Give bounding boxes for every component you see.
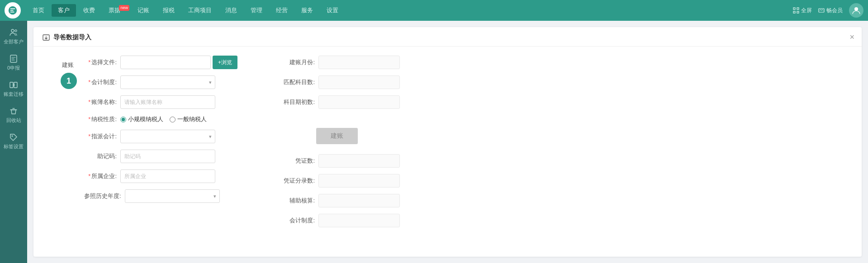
ledger-input[interactable]	[120, 95, 215, 109]
fullscreen-button[interactable]: 全屏	[793, 7, 812, 14]
memo-label: 助记码:	[84, 152, 117, 160]
right-value-6	[318, 214, 400, 227]
accounting-select[interactable]	[120, 75, 215, 89]
main-content: 导爸数据导入 × 建账 1 *选择文件:	[27, 21, 868, 263]
file-label: *选择文件:	[84, 58, 117, 66]
svg-rect-2	[797, 8, 799, 9]
owner-row: *所属企业:	[84, 169, 256, 183]
right-field-5: 辅助核算:	[274, 194, 400, 207]
nav-item-manage[interactable]: 管理	[244, 4, 269, 17]
nav-item-message[interactable]: 消息	[219, 4, 243, 17]
ledger-label: *账簿名称:	[84, 98, 117, 106]
nav-item-settings[interactable]: 设置	[320, 4, 345, 17]
sidebar-item-migrate[interactable]: 账套迁移	[0, 77, 27, 101]
right-field-0: 建账月份:	[274, 56, 400, 69]
svg-point-6	[854, 7, 858, 11]
accounting-row: *会计制度:	[84, 75, 256, 89]
right-value-5	[318, 194, 400, 207]
file-row: *选择文件: +浏览	[84, 56, 256, 69]
step-circle: 1	[61, 73, 77, 89]
right-label-5: 辅助核算:	[274, 197, 315, 205]
file-input[interactable]	[120, 56, 211, 69]
sidebar-item-zero-report[interactable]: 0申报	[0, 51, 27, 75]
import-icon	[43, 34, 50, 41]
right-label-4: 凭证分录数:	[274, 177, 315, 185]
nav-item-customer[interactable]: 客户	[52, 4, 76, 17]
nav-item-fee[interactable]: 收费	[77, 4, 101, 17]
browse-button[interactable]: +浏览	[213, 56, 237, 69]
svg-rect-1	[793, 8, 795, 9]
nav-item-service[interactable]: 服务	[295, 4, 319, 17]
assign-row: *指派会计:	[84, 130, 256, 143]
right-value-4	[318, 174, 400, 188]
nav-item-home[interactable]: 首页	[26, 4, 51, 17]
right-fields-section-2: 凭证数: 凭证分录数: 辅助核算: 会计制度:	[274, 154, 400, 227]
file-input-group: +浏览	[120, 56, 237, 69]
right-field-4: 凭证分录数:	[274, 174, 400, 188]
right-label-3: 凭证数:	[274, 157, 315, 165]
close-button[interactable]: ×	[849, 33, 854, 42]
logo	[5, 2, 21, 19]
svg-rect-3	[793, 11, 795, 13]
right-label-2: 科目期初数:	[274, 98, 315, 106]
accounting-label: *会计制度:	[84, 78, 117, 86]
history-label: 参照历史年度:	[84, 192, 121, 200]
history-row: 参照历史年度:	[84, 189, 256, 203]
right-field-3: 凭证数:	[274, 154, 400, 168]
sidebar-item-all-customers[interactable]: 全部客户	[0, 24, 27, 49]
tax-label: *纳税性质:	[84, 115, 117, 123]
right-fields-section: 建账月份: 匹配科目数: 科目期初数:	[274, 56, 400, 109]
memo-input[interactable]	[120, 150, 215, 163]
card-title: 导爸数据导入	[53, 33, 91, 42]
svg-rect-10	[10, 82, 13, 88]
history-select[interactable]	[125, 189, 220, 203]
right-field-2: 科目期初数:	[274, 95, 400, 109]
svg-rect-4	[797, 11, 799, 13]
form-right: 建账月份: 匹配科目数: 科目期初数: 建账	[274, 56, 400, 227]
tax-general-radio[interactable]: 一般纳税人	[170, 115, 207, 123]
form-area: 建账 1 *选择文件: +浏览	[33, 47, 862, 236]
right-value-3	[318, 154, 400, 168]
sidebar: 全部客户 0申报 账套迁移 回收站 标签设置	[0, 21, 27, 263]
right-value-2	[318, 95, 400, 109]
owner-label: *所属企业:	[84, 172, 117, 180]
tax-row: *纳税性质: 小规模纳税人 一般纳税人	[84, 115, 256, 123]
nav-item-business[interactable]: 工商项目	[182, 4, 218, 17]
nav-item-tax[interactable]: 报税	[157, 4, 181, 17]
new-badge: new	[119, 5, 129, 11]
ledger-row: *账簿名称:	[84, 95, 256, 109]
svg-point-12	[12, 136, 13, 137]
svg-point-7	[11, 29, 14, 32]
right-value-0	[318, 56, 400, 69]
nav-item-invoice[interactable]: 票据 new	[102, 4, 130, 17]
owner-input[interactable]	[120, 169, 215, 183]
accounting-select-wrapper	[120, 75, 215, 89]
memo-row: 助记码:	[84, 150, 256, 163]
step-label: 建账	[62, 61, 74, 69]
right-field-1: 匹配科目数:	[274, 75, 400, 89]
assign-label: *指派会计:	[84, 132, 117, 141]
form-fields: *选择文件: +浏览 *会计制度:	[84, 56, 256, 203]
right-label-6: 会计制度:	[274, 216, 315, 225]
import-card: 导爸数据导入 × 建账 1 *选择文件:	[33, 27, 862, 257]
avatar[interactable]	[849, 3, 863, 18]
assign-select[interactable]	[120, 130, 215, 143]
vip-button[interactable]: 畅会员	[818, 7, 843, 14]
sidebar-item-tag[interactable]: 标签设置	[0, 129, 27, 154]
history-select-wrapper	[125, 189, 220, 203]
nav-items: 首页 客户 收费 票据 new 记账 报税 工商项目 消息 管理 经营 服务 设…	[26, 4, 793, 17]
sidebar-item-trash[interactable]: 回收站	[0, 103, 27, 127]
tax-small-radio[interactable]: 小规模纳税人	[120, 115, 163, 123]
nav-item-bookkeeping[interactable]: 记账	[131, 4, 156, 17]
right-label-1: 匹配科目数:	[274, 78, 315, 86]
right-value-1	[318, 75, 400, 89]
build-button[interactable]: 建账	[316, 128, 358, 144]
right-label-0: 建账月份:	[274, 58, 315, 66]
layout: 全部客户 0申报 账套迁移 回收站 标签设置 导爸数据导入	[0, 21, 868, 263]
card-header: 导爸数据导入	[33, 27, 862, 47]
nav-right: 全屏 畅会员	[793, 3, 863, 18]
nav-item-operation[interactable]: 经营	[270, 4, 294, 17]
top-nav: 首页 客户 收费 票据 new 记账 报税 工商项目 消息 管理 经营 服务 设…	[0, 0, 868, 21]
assign-select-wrapper	[120, 130, 215, 143]
tax-radio-group: 小规模纳税人 一般纳税人	[120, 115, 207, 123]
